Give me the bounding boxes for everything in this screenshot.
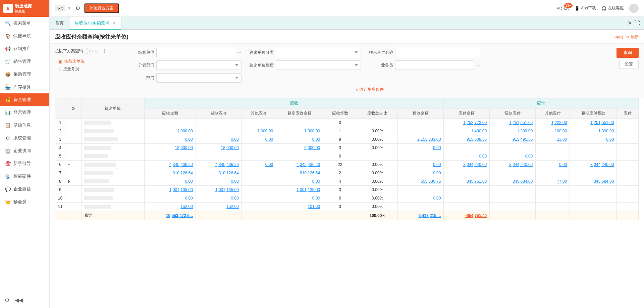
sidebar-item-basic-info[interactable]: 📋 基础信息 <box>0 119 49 132</box>
scheme-settings-icon[interactable]: ⊙ <box>95 49 99 53</box>
dept-manager-select[interactable] <box>156 60 241 70</box>
td-other-pay[interactable]: 77.00 <box>536 177 570 186</box>
td-recv-amt[interactable]: 810,126.64 <box>145 169 196 177</box>
sidebar-settings-btn[interactable]: ⚙ <box>5 297 9 303</box>
refresh-button[interactable]: ↻ 刷新 <box>626 34 639 40</box>
export-button[interactable]: ↑ 导出 <box>612 34 623 40</box>
td-overdue-pay[interactable]: 345,684.00 <box>570 177 617 186</box>
td-loan-recv[interactable]: 1,001,135.00 <box>196 186 241 194</box>
td-overdue-recv[interactable]: 0.00 <box>276 177 323 186</box>
td-total-recv-amt[interactable]: 19,553,472,6... <box>145 211 196 220</box>
sidebar-collapse-btn[interactable]: ◀◀ <box>15 297 23 303</box>
td-advance-recv[interactable]: 2,153,333.00 <box>398 135 444 144</box>
sidebar-item-business[interactable]: 📊 经营管理 <box>0 106 49 119</box>
settlement-unit-input[interactable] <box>156 48 235 57</box>
td-pay-amt[interactable]: 1,252,773.00 <box>444 119 490 127</box>
td-overdue-recv[interactable]: 4,345,436.20 <box>276 161 323 169</box>
sidebar-item-corp-wechat[interactable]: 💬 企业微信 <box>0 183 49 195</box>
td-loan-recv[interactable]: 18,000.00 <box>196 144 241 152</box>
td-pay-amt[interactable]: 1,490.00 <box>444 127 490 135</box>
td-loan-pay[interactable]: 1,251,551.00 <box>490 119 536 127</box>
td-pay-amt[interactable]: 915,508.56 <box>444 135 490 144</box>
unit-name-input[interactable] <box>395 48 480 57</box>
td-overdue-recv[interactable]: 810,126.64 <box>276 169 323 177</box>
td-pay-amt[interactable]: 3,044,240.00 <box>444 161 490 169</box>
td-loan-pay[interactable]: 1,390.00 <box>490 127 536 135</box>
td-recv-amt[interactable]: 4,345,436.20 <box>145 161 196 169</box>
user-avatar[interactable] <box>629 4 639 13</box>
td-total-pay-amt[interactable]: -654,751.40 <box>444 211 490 220</box>
td-total-advance-recv[interactable]: 6,417,215.... <box>398 211 444 220</box>
topbar-settings-icon[interactable]: ⚙ <box>75 5 80 11</box>
sidebar-item-member[interactable]: 👑 畅会员 <box>0 195 49 208</box>
sidebar-item-search-menu[interactable]: 🔍 搜索菜单 <box>0 17 49 30</box>
table-settings-btn[interactable]: ⚙ <box>71 106 75 111</box>
sidebar-item-smart-hardware[interactable]: 📡 智能硬件 <box>0 170 49 183</box>
sidebar-item-beginner[interactable]: 🎯 新手引导 <box>0 157 49 170</box>
td-loan-pay[interactable]: 3,044,240.00 <box>490 161 536 169</box>
td-overdue-recv[interactable]: 1,001,135.00 <box>276 186 323 194</box>
td-overdue-pay[interactable]: 1,251,551.00 <box>570 119 617 127</box>
td-overdue-recv[interactable]: 0.00 <box>276 135 323 144</box>
query-button[interactable]: 查询 <box>616 48 639 58</box>
tab-receivable-query[interactable]: 应收应付余额查询 ✕ <box>69 17 121 30</box>
td-overdue-pay[interactable]: 0.00 <box>570 135 617 144</box>
unit-category-select[interactable] <box>276 48 361 57</box>
td-other-pay[interactable]: 0.00 <box>536 161 570 169</box>
sidebar-item-system[interactable]: ⚙ 系统管理 <box>0 132 49 144</box>
scheme-collapse-icon[interactable]: 《 <box>101 48 105 54</box>
promo-button[interactable]: 体验行业方案 <box>84 3 119 13</box>
td-recv-amt[interactable]: 152.00 <box>145 203 196 211</box>
scheme-by-employee[interactable]: ○ 按业务员 <box>58 66 122 72</box>
td-other-recv[interactable]: 0.00 <box>241 161 276 169</box>
td-other-pay[interactable]: 100.00 <box>536 127 570 135</box>
sidebar-item-corp-coop[interactable]: 🏢 企业协同 <box>0 144 49 157</box>
expand-window-icon[interactable]: ⛶ <box>635 20 640 26</box>
td-overdue-pay[interactable]: 3,044,240.00 <box>570 161 617 169</box>
td-recv-amt[interactable]: 1,000.00 <box>145 127 196 135</box>
tab-home[interactable]: 首页 <box>50 17 69 30</box>
td-other-pay[interactable]: 1,222.00 <box>536 119 570 127</box>
td-loan-recv[interactable]: 152.00 <box>196 203 241 211</box>
td-overdue-recv[interactable]: 0.00 <box>276 194 323 203</box>
sidebar-item-sales[interactable]: 🛒 销售管理 <box>0 55 49 68</box>
online-service-btn[interactable]: 🎧 在线客服 <box>601 5 624 11</box>
td-other-recv[interactable]: 1,000.00 <box>241 127 276 135</box>
department-select[interactable] <box>156 73 241 83</box>
td-other-recv[interactable]: 0.00 <box>241 135 276 144</box>
td-loan-pay[interactable]: 915,495.56 <box>490 135 536 144</box>
settlement-unit-dots[interactable]: ··· <box>237 48 241 57</box>
td-recv-amt[interactable]: 18,000.00 <box>145 144 196 152</box>
td-recv-amt[interactable]: 0.00 <box>145 135 196 144</box>
tab-close-icon[interactable]: ✕ <box>112 20 116 25</box>
setting-button[interactable]: 设置 <box>619 60 639 69</box>
td-loan-recv[interactable]: 0.00 <box>196 135 241 144</box>
sidebar-item-purchase[interactable]: 📦 采购管理 <box>0 68 49 81</box>
unit-nature-select[interactable] <box>276 60 361 70</box>
td-loan-recv[interactable]: 0.00 <box>196 194 241 203</box>
td-advance-recv[interactable]: 655,636.75 <box>398 177 444 186</box>
td-loan-recv[interactable]: 4,345,436.20 <box>196 161 241 169</box>
td-other-pay[interactable]: 13.00 <box>536 135 570 144</box>
td-recv-amt[interactable]: 1,001,135.00 <box>145 186 196 194</box>
scheme-by-unit[interactable]: ◉ 按往来单位 <box>58 58 122 64</box>
collapse-more-btn[interactable]: ∧ 收起更多条件 <box>127 85 611 94</box>
td-overdue-recv[interactable]: 1,000.00 <box>276 127 323 135</box>
td-recv-amt[interactable]: 0.00 <box>145 177 196 186</box>
sidebar-item-inventory[interactable]: 🏪 库存核算 <box>0 81 49 93</box>
scheme-add-btn[interactable]: + <box>86 48 93 54</box>
td-recv-amt[interactable]: 0.00 <box>145 194 196 203</box>
td-overdue-pay[interactable]: 1,390.00 <box>570 127 617 135</box>
td-advance-recv[interactable]: 0.00 <box>398 194 444 203</box>
salesman-dots[interactable]: ··· <box>476 60 480 70</box>
td-advance-recv[interactable]: 0.00 <box>398 161 444 169</box>
td-overdue-recv[interactable]: 101.00 <box>276 203 323 211</box>
sidebar-item-quick-nav[interactable]: 🏠 快捷导航 <box>0 30 49 42</box>
salesman-input[interactable] <box>395 60 474 70</box>
td-loan-pay[interactable]: 345,684.00 <box>490 177 536 186</box>
app-download-btn[interactable]: 📱 App下载 <box>575 5 596 11</box>
close-window-icon[interactable]: ✕ <box>628 20 632 26</box>
td-advance-recv[interactable]: 0.00 <box>398 169 444 177</box>
td-pay-amt[interactable]: 0.00 <box>444 152 490 161</box>
td-overdue-recv[interactable]: 9,000.00 <box>276 144 323 152</box>
